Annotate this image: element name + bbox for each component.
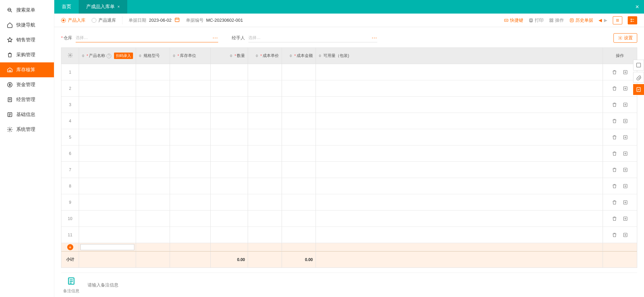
sidebar-item-quicknav[interactable]: 快捷导航 bbox=[0, 18, 54, 33]
cell-price[interactable] bbox=[248, 227, 282, 243]
delete-row-icon[interactable] bbox=[612, 70, 617, 75]
more-icon[interactable]: ··· bbox=[213, 36, 218, 40]
view-detail-button[interactable] bbox=[628, 16, 637, 24]
tab-active[interactable]: 产成品入库单 × bbox=[79, 0, 127, 14]
cell-qty[interactable] bbox=[211, 178, 248, 194]
cell-available[interactable] bbox=[316, 80, 603, 96]
delete-row-icon[interactable] bbox=[612, 102, 617, 107]
cell-qty[interactable] bbox=[211, 145, 248, 161]
cell-unit[interactable] bbox=[170, 64, 211, 80]
cell-price[interactable] bbox=[248, 145, 282, 161]
sidebar-item-search[interactable]: 搜索菜单 bbox=[0, 3, 54, 18]
cell-spec[interactable] bbox=[136, 97, 170, 113]
attachment-chip-2[interactable] bbox=[633, 72, 644, 83]
table-row-new[interactable]: + bbox=[61, 243, 637, 251]
col-amount[interactable]: *成本金额 bbox=[282, 48, 316, 64]
cell-amount[interactable] bbox=[282, 129, 316, 145]
view-list-button[interactable] bbox=[613, 16, 622, 24]
cell-available[interactable] bbox=[316, 162, 603, 178]
cell-available[interactable] bbox=[316, 227, 603, 243]
delete-row-icon[interactable] bbox=[612, 200, 617, 205]
col-price[interactable]: *成本单价 bbox=[248, 48, 282, 64]
cell-price[interactable] bbox=[248, 129, 282, 145]
table-row[interactable]: 9 bbox=[61, 194, 637, 211]
col-unit[interactable]: *库存单位 bbox=[170, 48, 211, 64]
sidebar-item-inventory[interactable]: 库存核算 bbox=[0, 62, 54, 77]
sort-icon[interactable] bbox=[139, 54, 142, 58]
remark-input[interactable] bbox=[88, 280, 637, 290]
cell-product[interactable] bbox=[79, 211, 136, 226]
sort-icon[interactable] bbox=[319, 54, 322, 58]
attachment-chip-1[interactable] bbox=[633, 60, 644, 71]
cell-product[interactable] bbox=[79, 194, 136, 210]
table-row[interactable]: 10 bbox=[61, 211, 637, 227]
sort-icon[interactable] bbox=[173, 54, 176, 58]
cell-available[interactable] bbox=[316, 178, 603, 194]
cell-available[interactable] bbox=[316, 145, 603, 161]
tab-home[interactable]: 首页 bbox=[54, 0, 79, 14]
cell-qty[interactable] bbox=[211, 64, 248, 80]
cell-unit[interactable] bbox=[170, 145, 211, 161]
calendar-icon[interactable] bbox=[174, 17, 180, 23]
sidebar-item-finance[interactable]: 资金管理 bbox=[0, 77, 54, 92]
attachment-chip-3[interactable] bbox=[633, 84, 644, 95]
sort-icon[interactable] bbox=[82, 54, 85, 58]
table-row[interactable]: 7 bbox=[61, 162, 637, 178]
shortcut-button[interactable]: 快捷键 bbox=[504, 17, 523, 23]
cell-qty[interactable] bbox=[211, 194, 248, 210]
cell-qty[interactable] bbox=[211, 80, 248, 96]
cell-spec[interactable] bbox=[136, 64, 170, 80]
prev-doc-button[interactable]: ◀ bbox=[599, 18, 602, 23]
sort-icon[interactable] bbox=[289, 54, 293, 58]
cell-qty[interactable] bbox=[211, 113, 248, 129]
cell-available[interactable] bbox=[316, 129, 603, 145]
cell-unit[interactable] bbox=[170, 194, 211, 210]
add-row-icon[interactable] bbox=[623, 118, 628, 124]
cell-spec[interactable] bbox=[136, 211, 170, 226]
column-settings[interactable] bbox=[61, 48, 79, 64]
settings-button[interactable]: 设置 bbox=[613, 33, 637, 43]
cell-unit[interactable] bbox=[170, 211, 211, 226]
col-spec[interactable]: 规格型号 bbox=[136, 48, 170, 64]
cell-product[interactable] bbox=[79, 97, 136, 113]
print-button[interactable]: 打印 bbox=[529, 17, 544, 23]
cell-product[interactable] bbox=[79, 80, 136, 96]
scan-badge[interactable]: 扫码录入 bbox=[114, 53, 133, 59]
cell-spec[interactable] bbox=[136, 113, 170, 129]
delete-row-icon[interactable] bbox=[612, 86, 617, 91]
table-row[interactable]: 4 bbox=[61, 113, 637, 129]
sidebar-item-basicinfo[interactable]: 基础信息 bbox=[0, 107, 54, 122]
cell-spec[interactable] bbox=[136, 178, 170, 194]
table-row[interactable]: 1 bbox=[61, 64, 637, 80]
cell-qty[interactable] bbox=[211, 162, 248, 178]
cell-unit[interactable] bbox=[170, 227, 211, 243]
cell-amount[interactable] bbox=[282, 194, 316, 210]
cell-spec[interactable] bbox=[136, 162, 170, 178]
add-row-icon[interactable] bbox=[623, 70, 628, 75]
cell-spec[interactable] bbox=[136, 145, 170, 161]
col-available[interactable]: 可用量（包装) bbox=[316, 48, 603, 64]
add-row-icon[interactable] bbox=[623, 232, 628, 238]
cell-price[interactable] bbox=[248, 178, 282, 194]
cell-spec[interactable] bbox=[136, 227, 170, 243]
warehouse-select[interactable]: 选择… ··· bbox=[76, 34, 218, 42]
cell-available[interactable] bbox=[316, 211, 603, 226]
cell-amount[interactable] bbox=[282, 178, 316, 194]
cell-amount[interactable] bbox=[282, 64, 316, 80]
col-product[interactable]: *产品名称?扫码录入 bbox=[79, 48, 136, 64]
delete-row-icon[interactable] bbox=[612, 167, 617, 173]
table-row[interactable]: 8 bbox=[61, 178, 637, 194]
cell-qty[interactable] bbox=[211, 97, 248, 113]
sort-icon[interactable] bbox=[230, 54, 233, 58]
cell-product[interactable] bbox=[79, 178, 136, 194]
operate-button[interactable]: 操作 bbox=[549, 17, 564, 23]
doc-date-value[interactable]: 2023-06-02 bbox=[149, 18, 172, 23]
delete-row-icon[interactable] bbox=[612, 216, 617, 221]
delete-row-icon[interactable] bbox=[612, 118, 617, 124]
add-row-circle[interactable]: + bbox=[61, 243, 79, 251]
delete-row-icon[interactable] bbox=[612, 135, 617, 140]
cell-available[interactable] bbox=[316, 97, 603, 113]
cell-spec[interactable] bbox=[136, 80, 170, 96]
sidebar-item-business[interactable]: 经营管理 bbox=[0, 92, 54, 107]
history-button[interactable]: 历史单据 bbox=[569, 17, 593, 23]
